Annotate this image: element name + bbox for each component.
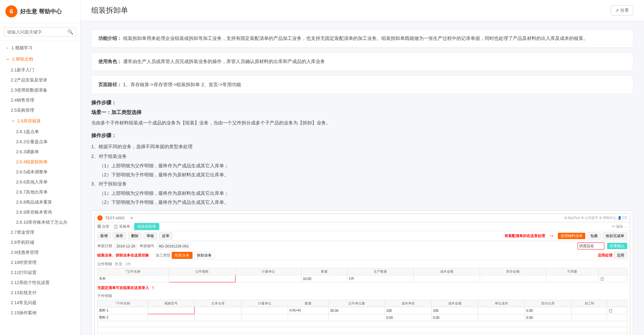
- step2-sub2: （2）下部明细为子件明细，最终作为原材料生成其它出库单。: [91, 170, 633, 179]
- lower-table-header: 子件明细: [95, 292, 630, 300]
- lower-th-10: 部分出库: [525, 300, 572, 307]
- lower-th-12: [607, 300, 627, 307]
- btn-extra1[interactable]: 包裹: [587, 232, 601, 239]
- btn-assemble[interactable]: 组装业务: [172, 252, 193, 259]
- screenshot-container: TEST-H002 ▼ ⚙ AppTool ⚙ 公司助手 ⚙ 帮助中心 👤 CC…: [91, 211, 633, 335]
- sidebar-item-2-6-4[interactable]: 2.6.4组装拆卸单: [0, 157, 80, 167]
- no-input[interactable]: AD-20191226-001: [157, 243, 191, 249]
- lower-r1c1: 黑料 1: [98, 307, 148, 314]
- content-body: 功能介绍： 组装拆卸单用来处理企业组装或拆卸等加工业务，支持有固定装配清单的产品…: [80, 21, 644, 335]
- sidebar-item-2-6-9[interactable]: 2.6.9库存账本查询: [0, 207, 80, 217]
- upper-cell-5: 1件: [347, 275, 414, 282]
- table-row: [98, 321, 627, 327]
- upper-cell-7: [480, 275, 546, 282]
- lower-table-wrap: *子件名称 规格型号 出库仓库 计量单位 数量 父件单位量 成本单价 成本金额 …: [95, 300, 630, 335]
- search-icon[interactable]: 🔍: [67, 29, 73, 35]
- mockup-form-row: 单据日期 2019-12-26 单据编号 AD-20191226-001 供货品…: [95, 241, 630, 251]
- mockup-logo: [97, 215, 103, 221]
- share-button[interactable]: ↗ 分享: [611, 5, 633, 15]
- upper-cell-3: [235, 275, 301, 282]
- sidebar-item-2-13[interactable]: 2.13在线支付: [0, 288, 80, 298]
- intro-box: 功能介绍： 组装拆卸单用来处理企业组装或拆卸等加工业务，支持有固定装配清单的产品…: [91, 29, 633, 48]
- lower-th-6: 父件单位量: [328, 300, 385, 307]
- sidebar-item-2-9[interactable]: 2.9优惠券管理: [0, 247, 80, 258]
- lower-r2c2: [148, 314, 195, 321]
- lower-r2c12: [607, 314, 627, 321]
- path-text: 1、库存核算->库存管理->组装拆卸单 2、首页->常用功能: [123, 82, 241, 87]
- lower-th-1: *子件名称: [98, 300, 148, 307]
- nav-section: ＋ 1.视频学习 － 2.帮助文档 2.1新手入门 2.2产品安装及登录 2.3…: [0, 41, 80, 319]
- sidebar-item-2-7[interactable]: 2.7资金管理: [0, 227, 80, 237]
- sidebar-item-2[interactable]: － 2.帮助文档: [0, 54, 80, 65]
- date-input[interactable]: 2019-12-26: [115, 243, 137, 249]
- sidebar-item-2-3[interactable]: 2.3使用前数据准备: [0, 85, 80, 95]
- sidebar-item-2-11[interactable]: 2.11打印设置: [0, 268, 80, 278]
- upper-table-wrap: *父件名称 父件规格 计量单位 数量 生产数量 成本金额 库存金额 可用量: [95, 268, 630, 284]
- sidebar-item-2-2[interactable]: 2.2产品安装及登录: [0, 75, 80, 85]
- sidebar-item-2-6-5[interactable]: 2.6.5成本调整单: [0, 167, 80, 177]
- sidebar-item-2-14[interactable]: 2.14常见问题: [0, 298, 80, 308]
- btn-bom[interactable]: 选用物料清单: [558, 233, 585, 239]
- no-label: 单据编号: [140, 243, 154, 248]
- sidebar-item-1[interactable]: ＋ 1.视频学习: [0, 42, 80, 54]
- sidebar-item-2-1[interactable]: 2.1新手入门: [0, 65, 80, 75]
- sidebar-item-2-8[interactable]: 2.8手机旺铺: [0, 237, 80, 247]
- sidebar-item-2-6-7[interactable]: 2.6.7其他出库单: [0, 187, 80, 197]
- table-row: 黑料 1 行4(+4) 30.00 100 100 0.00: [98, 307, 627, 314]
- mockup-toolbar: 新增 保存 删除 审核 反审 有装配清单的在这里处理 → 选用物料清单 包裹 收…: [95, 231, 630, 241]
- btn-extra2[interactable]: 收款完成单: [603, 232, 627, 239]
- btn-unaudit[interactable]: 反审: [159, 232, 172, 239]
- steps-title2: 操作步骤：: [91, 132, 633, 139]
- upper-cell-6: [414, 275, 480, 282]
- intro-label: 功能介绍：: [98, 36, 122, 41]
- lower-r1c12: 📋: [607, 307, 627, 314]
- lower-r2c9: [478, 314, 525, 321]
- sidebar-item-2-6-6[interactable]: 2.6.6其他入库单: [0, 177, 80, 187]
- sidebar-item-2-5[interactable]: 2.5采购管理: [0, 105, 80, 115]
- sidebar-item-2-12[interactable]: 2.12系统个性化设置: [0, 278, 80, 288]
- sidebar-item-2-6-1[interactable]: 2.6.1盘点单: [0, 127, 80, 137]
- sidebar-item-2-15[interactable]: 2.15操作案例: [0, 308, 80, 318]
- mockup-active-tab[interactable]: 组装拆卸单: [134, 223, 159, 230]
- lower-th-9: 单位成本: [478, 300, 525, 307]
- upper-th-9: [599, 268, 627, 275]
- sidebar-item-2-6-2[interactable]: 2.6.2分量盘点单: [0, 137, 80, 147]
- search-box[interactable]: 🔍: [4, 27, 76, 37]
- lower-r1c3: [195, 307, 241, 314]
- sidebar-item-2-6-3[interactable]: 2.6.3调拨单: [0, 147, 80, 157]
- step-list: 1、根据不同的业务，选择不同单据的类型来处理 2、对于组装业务 （1）上部明细为…: [91, 142, 633, 207]
- mockup-type-row: 组装业务、拆卸业务在这里切换 加工类型 组装业务 拆卸业务 启用处理 启用: [95, 251, 630, 260]
- sidebar-item-2-4[interactable]: 2.4销售管理: [0, 95, 80, 105]
- sidebar-item-2-6-10[interactable]: 2.6.10库存账本错了怎么办: [0, 217, 80, 227]
- lower-th-4: 计量单位: [241, 300, 288, 307]
- path-label: 页面路径：: [98, 82, 122, 87]
- lower-r2c5: [288, 314, 328, 321]
- btn-delete[interactable]: 删除: [128, 232, 142, 239]
- btn-audit[interactable]: 审核: [144, 232, 157, 239]
- sidebar-item-2-6-8[interactable]: 2.6.8商品成本重算: [0, 197, 80, 207]
- search-input[interactable]: [7, 30, 67, 35]
- step2: 2、对于组装业务: [91, 152, 633, 161]
- btn-enable[interactable]: 启用: [614, 252, 627, 259]
- btn-new[interactable]: 新增: [97, 232, 111, 239]
- scene1-desc: 当由多个子件材料组装成一个成品的业务为【组装】业务，当由一个父件拆分成多个子产品…: [91, 118, 633, 127]
- step1: 1、根据不同的业务，选择不同单据的类型来处理: [91, 142, 633, 151]
- upper-th-6: 成本金额: [414, 268, 480, 275]
- sidebar-item-2-6[interactable]: － 2.6库存核算: [0, 115, 80, 127]
- annotation5-arrow: ↑: [152, 284, 155, 291]
- step3-sub1: （1）上部明细为父件明细，最终作为原材料生成其它出库单；: [91, 189, 633, 198]
- lower-th-7: 成本单价: [385, 300, 431, 307]
- material-input[interactable]: 供货品名: [578, 242, 604, 249]
- lower-empty-row4: [98, 327, 627, 333]
- btn-confirm[interactable]: 双重确认: [607, 243, 627, 249]
- annotation5-text: 无固定清单可在组装在这里录入: [97, 285, 149, 290]
- sidebar-item-2-10[interactable]: 2.10经营管理: [0, 258, 80, 268]
- search-area: 🔍: [0, 23, 80, 41]
- btn-save[interactable]: 保存: [113, 232, 126, 239]
- annotation5-row: 无固定清单可在组装在这里录入 ↑: [95, 284, 630, 292]
- annotation3-text: 组装业务、拆卸业务在这里切换: [97, 253, 149, 258]
- minus-icon-2: －: [5, 56, 10, 62]
- role-box: 使用角色： 通常由生产人员或库管人员完成拆装业务的操作，库管人员确认原材料的出库…: [91, 52, 633, 71]
- mockup-titlebar: TEST-H002 ▼ ⚙ AppTool ⚙ 公司助手 ⚙ 帮助中心 👤 CC: [95, 214, 630, 222]
- btn-disassemble[interactable]: 拆卸业务: [194, 252, 215, 259]
